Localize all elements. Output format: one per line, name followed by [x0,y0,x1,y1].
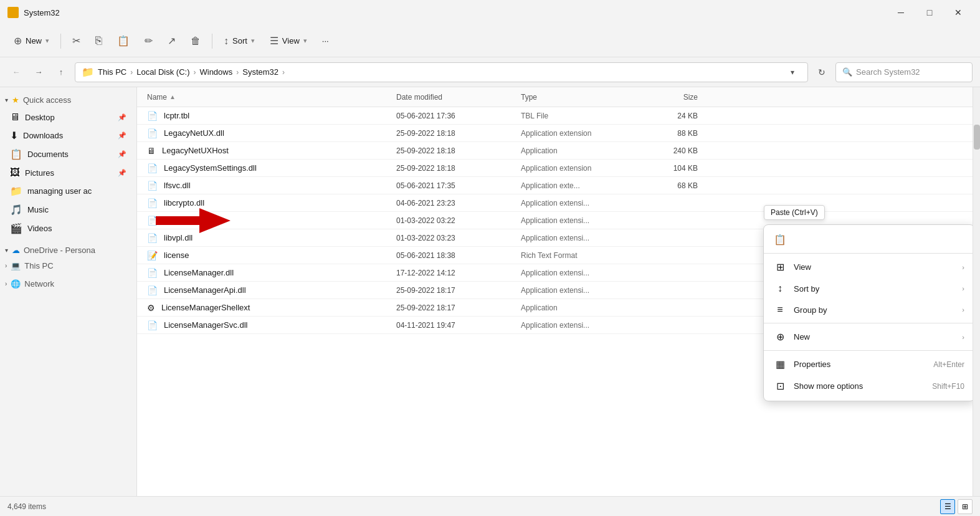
file-icon: 📄 [147,268,158,278]
copy-button[interactable]: ⎘ [89,31,108,51]
sidebar-item-managing[interactable]: 📁 managing user ac [2,182,134,200]
file-date-cell: 25-09-2022 18:17 [391,303,516,312]
properties-menu-icon: ▦ [774,358,786,370]
file-icon: 📄 [147,128,158,138]
file-date-cell: 05-06-2021 17:35 [391,181,516,190]
context-menu-sep1 [764,253,973,254]
sort-label: Sort [232,36,247,45]
context-menu-view[interactable]: ⊞ View › [764,256,973,278]
address-bar: ← → ↑ 📁 This PC › Local Disk (C:) › Wind… [0,57,980,87]
file-icon: 📄 [147,233,158,243]
back-button[interactable]: ← [7,64,25,81]
scrollbar-thumb[interactable] [974,125,980,150]
table-row[interactable]: 📄 lfsvc.dll 05-06-2021 17:35 Application… [137,177,973,194]
file-name: lfsvc.dll [164,181,191,190]
more-icon: ··· [322,36,329,45]
col-header-type[interactable]: Type [516,93,640,102]
cut-button[interactable]: ✂ [66,31,87,50]
table-row[interactable]: 📄 lcptr.tbl 05-06-2021 17:36 TBL File 24… [137,107,973,125]
table-row[interactable]: 📄 LegacyNetUX.dll 25-09-2022 18:18 Appli… [137,125,973,142]
sort-button[interactable]: ↕ Sort ▾ [217,32,261,50]
file-name-cell: 📄 LicenseManager.dll [142,268,391,278]
up-button[interactable]: ↑ [52,64,70,81]
file-icon: 📄 [147,111,158,121]
new-dropdown-icon: ▾ [45,37,49,45]
context-menu-new[interactable]: ⊕ New › [764,326,973,348]
maximize-button[interactable]: □ [915,0,944,25]
search-box[interactable]: 🔍 Search System32 [835,62,973,82]
file-name: libcrypto.dll [164,198,204,208]
sidebar-group-thispc[interactable]: › 💻 This PC [0,258,136,274]
music-label: Music [27,205,126,214]
file-icon: ⚙ [147,303,155,313]
paste-button[interactable]: 📋 [111,31,136,50]
file-type-cell: Application extension [516,129,640,138]
documents-pin-icon: 📌 [118,150,126,158]
file-size-cell: 88 KB [640,129,703,138]
sidebar-group-onedrive[interactable]: ▾ ☁ OneDrive - Persona [0,242,136,258]
context-menu-showmore[interactable]: ⊡ Show more options Shift+F10 [764,375,973,397]
share-button[interactable]: ↗ [161,31,182,50]
sidebar-item-downloads[interactable]: ⬇ Downloads 📌 [2,127,134,145]
sidebar-group-quickaccess[interactable]: ▾ ★ Quick access [0,92,136,108]
file-type-cell: Application extensi... [516,234,640,242]
context-menu-sortby[interactable]: ↕ Sort by › [764,278,973,299]
sidebar-item-documents[interactable]: 📋 Documents 📌 [2,145,134,163]
file-name: LegacySystemSettings.dll [164,163,257,173]
file-type-cell: Application extensi... [516,321,640,330]
context-menu-properties[interactable]: ▦ Properties Alt+Enter [764,353,973,375]
sidebar-group-network[interactable]: › 🌐 Network [0,276,136,292]
file-date-cell: 17-12-2022 14:12 [391,269,516,277]
context-menu-sep3 [764,350,973,351]
file-type-cell: Application exte... [516,181,640,190]
file-name: LicenseManagerShellext [161,303,250,312]
table-row[interactable]: 📄 libcrypto.dll 04-06-2021 23:23 Applica… [137,194,973,212]
refresh-button[interactable]: ↻ [813,64,830,81]
col-header-name[interactable]: Name ▲ [142,93,391,102]
view-icon: ☰ [270,35,278,47]
address-dropdown-button[interactable]: ▾ [784,64,801,81]
sep1: › [130,68,133,77]
file-date-cell: 05-06-2021 17:36 [391,112,516,120]
forward-button[interactable]: → [30,64,47,81]
context-menu-groupby[interactable]: ≡ Group by › [764,299,973,320]
table-row[interactable]: 🖥 LegacyNetUXHost 25-09-2022 18:18 Appli… [137,142,973,160]
sidebar-item-pictures[interactable]: 🖼 Pictures 📌 [2,164,134,181]
table-row[interactable]: 📄 LegacySystemSettings.dll 25-09-2022 18… [137,160,973,177]
sortby-menu-arrow-icon: › [962,285,964,292]
paste-tooltip: Paste (Ctrl+V) [764,205,825,220]
file-name: license [164,251,189,260]
groupby-menu-label: Group by [794,305,954,315]
sidebar-item-desktop[interactable]: 🖥 Desktop 📌 [2,108,134,126]
status-bar: 4,649 items ☰ ⊞ [0,496,980,516]
file-name-cell: 📄 libcrypto.dll [142,198,391,208]
address-box[interactable]: 📁 This PC › Local Disk (C:) › Windows › … [75,62,808,82]
more-button[interactable]: ··· [316,32,335,49]
close-button[interactable]: ✕ [944,0,973,25]
file-type-cell: Application [516,303,640,312]
sidebar-item-music[interactable]: 🎵 Music [2,201,134,219]
groupby-menu-icon: ≡ [774,304,786,315]
view-menu-label: View [794,262,954,272]
file-type-cell: Application extension [516,164,640,173]
file-name-cell: 📄 LicenseManagerSvc.dll [142,320,391,330]
sidebar-item-videos[interactable]: 🎬 Videos [2,219,134,237]
new-menu-arrow-icon: › [962,333,964,341]
onedrive-label: OneDrive - Persona [24,246,95,255]
new-button[interactable]: ⊕ New ▾ [7,31,55,50]
context-menu-paste[interactable]: Paste (Ctrl+V) 📋 [764,229,973,251]
view-button[interactable]: ☰ View ▾ [264,31,313,50]
documents-label: Documents [27,150,113,159]
rename-button[interactable]: ✏ [138,31,159,50]
delete-button[interactable]: 🗑 [184,32,207,50]
col-header-size[interactable]: Size [640,93,703,102]
sort-dropdown-icon: ▾ [251,37,255,45]
file-type-cell: Rich Text Format [516,251,640,260]
scrollbar[interactable] [973,87,980,496]
minimize-button[interactable]: ─ [887,0,915,25]
file-type-cell: Application [516,146,640,155]
grid-view-button[interactable]: ⊞ [958,499,973,514]
col-header-date[interactable]: Date modified [391,93,516,102]
file-list: Name ▲ Date modified Type Size 📄 lcptr.t… [137,87,973,496]
list-view-button[interactable]: ☰ [940,499,955,514]
